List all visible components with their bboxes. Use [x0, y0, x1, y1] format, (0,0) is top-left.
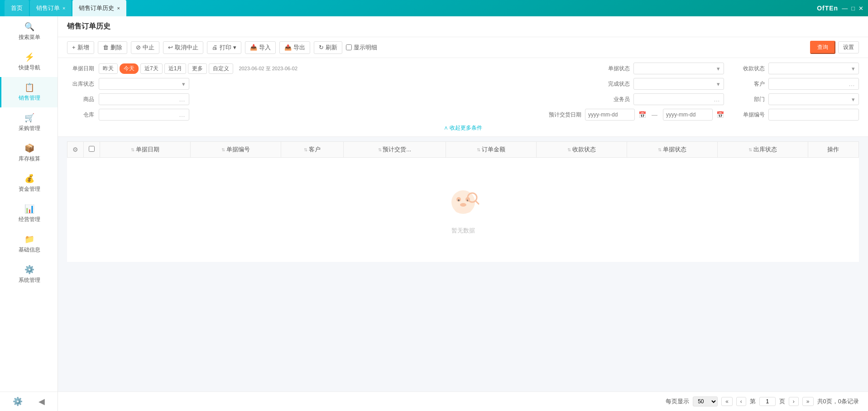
pagination-bar: 每页显示 50 100 200 « ‹ 第 页 › » 共0页，0条记录	[58, 392, 868, 411]
sidebar-item-search-menu[interactable]: 🔍 搜索菜单	[0, 16, 58, 47]
col-bill-status-label: 单据状态	[663, 146, 686, 153]
sales-rep-select[interactable]: …	[633, 93, 724, 105]
outbound-status-label: 出库状态	[67, 80, 94, 88]
bill-number-input[interactable]	[768, 109, 859, 121]
prev-page-button[interactable]: ‹	[736, 397, 746, 406]
sidebar-settings-icon[interactable]: ⚙️	[13, 396, 23, 406]
table-select-all-checkbox[interactable]	[89, 146, 95, 152]
date-btn-today[interactable]: 今天	[120, 63, 139, 74]
tab-sales-order[interactable]: 销售订单 ×	[30, 0, 72, 16]
per-page-select[interactable]: 50 100 200	[693, 396, 718, 406]
date-btn-custom[interactable]: 自定义	[209, 63, 233, 74]
brand-label: OfTEn	[817, 5, 838, 12]
sidebar-item-base-info-label: 基础信息	[19, 246, 40, 254]
table-header-action: 操作	[808, 142, 858, 158]
close-btn[interactable]: ✕	[858, 5, 863, 12]
delivery-date-to[interactable]	[663, 109, 713, 121]
tab-sales-order-history[interactable]: 销售订单历史 ×	[72, 0, 126, 16]
sidebar-item-finance[interactable]: 💰 资金管理	[0, 168, 58, 198]
table-header-outbound-status: ⇅ 出库状态	[717, 142, 808, 158]
purchase-mgmt-icon: 🛒	[24, 113, 34, 123]
warehouse-select[interactable]: …	[99, 109, 189, 121]
tab-sales-order-history-close[interactable]: ×	[117, 5, 120, 11]
sidebar-item-quick-nav-label: 快捷导航	[19, 64, 40, 72]
col-outbound-sort-icon[interactable]: ⇅	[748, 147, 753, 152]
product-dots-icon[interactable]: …	[179, 96, 185, 103]
col-amount-label: 订单金额	[482, 146, 505, 153]
department-select[interactable]: ▾	[768, 93, 859, 105]
delivery-date-label: 预计交货日期	[549, 111, 581, 119]
next-page-button[interactable]: ›	[789, 397, 799, 406]
delivery-date-from-calendar-icon[interactable]: 📅	[638, 111, 646, 118]
col-customer-sort-icon[interactable]: ⇅	[304, 147, 309, 152]
warehouse-label: 仓库	[67, 111, 94, 119]
filter-row-3: 商品 … 业务员 … 部门 ▾	[67, 93, 859, 105]
sidebar-collapse-icon[interactable]: ◀	[38, 396, 45, 406]
date-btn-more[interactable]: 更多	[188, 63, 207, 74]
cancel-stop-icon: ↩	[168, 44, 173, 51]
cancel-stop-label: 取消中止	[175, 44, 198, 52]
import-button[interactable]: 📥 导入	[245, 41, 276, 54]
product-select[interactable]: …	[99, 93, 189, 105]
col-bill-status-sort-icon[interactable]: ⇅	[658, 147, 663, 152]
customer-dots-icon[interactable]: …	[849, 80, 855, 87]
tab-sales-order-close[interactable]: ×	[62, 5, 65, 11]
show-detail-checkbox[interactable]	[346, 44, 352, 50]
bill-status-select[interactable]: ▾	[633, 63, 724, 74]
date-btn-7days[interactable]: 近7天	[140, 63, 163, 74]
col-delivery-label: 预计交货...	[383, 146, 411, 153]
collapse-button[interactable]: ∧ 收起更多条件	[444, 124, 482, 132]
department-chevron-icon: ▾	[852, 96, 855, 103]
minimize-btn[interactable]: —	[842, 5, 848, 12]
refresh-icon: ↻	[319, 44, 324, 51]
operations-icon: 📊	[24, 204, 34, 214]
col-receipt-sort-icon[interactable]: ⇅	[567, 147, 572, 152]
data-table: ⚙ ⇅ 单据日期 ⇅ 单据编号	[67, 141, 859, 262]
query-button[interactable]: 查询	[810, 41, 835, 54]
delivery-date-from[interactable]	[585, 109, 635, 121]
maximize-btn[interactable]: □	[851, 5, 855, 12]
first-page-button[interactable]: «	[721, 397, 733, 406]
sales-mgmt-icon: 📋	[24, 82, 34, 92]
col-outbound-label: 出库状态	[753, 146, 777, 153]
col-bill-num-sort-icon[interactable]: ⇅	[221, 147, 226, 152]
bill-status-label: 单据状态	[603, 65, 630, 73]
sidebar-item-quick-nav[interactable]: ⚡ 快捷导航	[0, 47, 58, 77]
cancel-stop-button[interactable]: ↩ 取消中止	[163, 41, 203, 54]
sidebar-item-sys-mgmt[interactable]: ⚙️ 系统管理	[0, 259, 58, 290]
delivery-date-to-calendar-icon[interactable]: 📅	[716, 111, 724, 118]
refresh-button[interactable]: ↻ 刷新	[314, 41, 342, 54]
delete-button[interactable]: 🗑 删除	[98, 41, 127, 54]
settings-button[interactable]: 设置	[838, 41, 859, 53]
sidebar-item-inventory[interactable]: 📦 库存核算	[0, 138, 58, 168]
date-btn-1month[interactable]: 近1月	[164, 63, 187, 74]
col-delivery-sort-icon[interactable]: ⇅	[378, 147, 383, 152]
new-button[interactable]: + 新增	[67, 41, 94, 54]
stop-button[interactable]: ⊘ 中止	[131, 41, 159, 54]
sidebar-item-operations[interactable]: 📊 经营管理	[0, 198, 58, 229]
last-page-button[interactable]: »	[802, 397, 814, 406]
sidebar-item-base-info[interactable]: 📁 基础信息	[0, 229, 58, 259]
sidebar-item-sales-mgmt[interactable]: 📋 销售管理	[0, 77, 58, 107]
department-label: 部门	[738, 96, 765, 103]
import-label: 导入	[259, 44, 271, 52]
outbound-status-select[interactable]: ▾	[99, 78, 189, 90]
tab-home[interactable]: 首页	[5, 0, 29, 16]
customer-select[interactable]: …	[768, 78, 859, 90]
sidebar-item-purchase-mgmt[interactable]: 🛒 采购管理	[0, 107, 58, 138]
completion-status-select[interactable]: ▾	[633, 78, 724, 90]
sales-rep-dots-icon[interactable]: …	[714, 96, 720, 103]
receipt-status-select[interactable]: ▾	[768, 63, 859, 74]
tab-bar: 首页 销售订单 × 销售订单历史 ×	[5, 0, 126, 16]
top-bar-right: OfTEn — □ ✕	[817, 5, 863, 12]
sidebar-item-operations-label: 经营管理	[19, 216, 40, 223]
warehouse-dots-icon[interactable]: …	[179, 111, 185, 118]
col-bill-num-label: 单据编号	[226, 146, 250, 153]
export-button[interactable]: 📤 导出	[279, 41, 310, 54]
col-amount-sort-icon[interactable]: ⇅	[477, 147, 482, 152]
table-settings-icon[interactable]: ⚙	[72, 146, 78, 153]
col-date-sort-icon[interactable]: ⇅	[131, 147, 136, 152]
print-button[interactable]: 🖨 打印 ▾	[207, 41, 241, 54]
page-number-input[interactable]	[759, 397, 776, 406]
date-btn-yesterday[interactable]: 昨天	[99, 63, 118, 74]
